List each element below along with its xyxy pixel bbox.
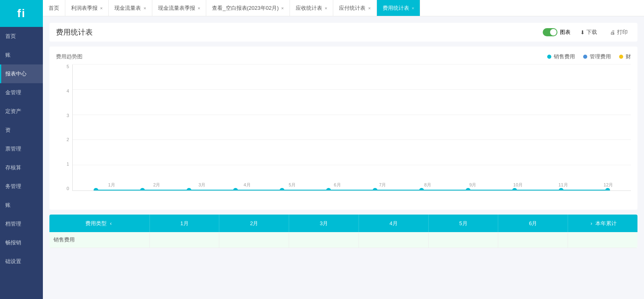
page-title: 费用统计表 bbox=[56, 27, 93, 37]
tab-close-receivable[interactable]: × bbox=[325, 6, 327, 11]
th-m5: 5月 bbox=[429, 215, 499, 232]
table-row: 销售费用 bbox=[49, 232, 637, 248]
th-m1: 1月 bbox=[150, 215, 220, 232]
th-label-ytd: 本年累计 bbox=[595, 220, 617, 227]
sidebar-item-fixed-assets[interactable]: 定资产 bbox=[0, 102, 43, 121]
x-label: 8月 bbox=[405, 182, 450, 188]
x-label: 10月 bbox=[495, 182, 541, 188]
legend-sales-expense: 销售费用 bbox=[547, 53, 575, 60]
tab-close-view-blank[interactable]: × bbox=[281, 6, 284, 11]
sidebar-item-file-mgmt[interactable]: 档管理 bbox=[0, 215, 43, 233]
print-icon: 🖨 bbox=[610, 29, 615, 35]
sidebar: fi 首页账报表中心金管理定资产资票管理存核算务管理账档管理畅报销础设置 bbox=[0, 0, 43, 299]
table-next-button[interactable]: › bbox=[589, 219, 594, 227]
y-axis: 012345 bbox=[56, 64, 71, 191]
chart-area: 1月2月3月4月5月6月7月8月9月10月11月12月 bbox=[72, 64, 631, 191]
download-button[interactable]: ⬇ 下载 bbox=[577, 27, 600, 38]
td-m6 bbox=[498, 232, 568, 248]
x-label: 1月 bbox=[89, 182, 134, 188]
tab-label-cashflow-quarterly: 现金流量表季报 bbox=[158, 4, 195, 12]
sidebar-scroll: 首页账报表中心金管理定资产资票管理存核算务管理账档管理畅报销础设置 bbox=[0, 27, 43, 299]
chart-header: 费用趋势图 销售费用管理费用财 bbox=[56, 53, 631, 60]
legend-label-finance-expense: 财 bbox=[626, 53, 631, 60]
x-label: 11月 bbox=[541, 182, 586, 188]
sidebar-item-expense-report[interactable]: 畅报销 bbox=[0, 233, 43, 252]
sidebar-item-inventory[interactable]: 存核算 bbox=[0, 158, 43, 177]
sidebar-item-ticket-mgmt[interactable]: 票管理 bbox=[0, 140, 43, 158]
x-label: 6月 bbox=[315, 182, 360, 188]
sidebar-item-home[interactable]: 首页 bbox=[0, 27, 43, 46]
tab-expense-stats[interactable]: 费用统计表× bbox=[377, 0, 420, 16]
content-area: 费用统计表 图表 ⬇ 下载 🖨 打印 费用趋势图 bbox=[43, 16, 644, 299]
th-m4: 4月 bbox=[359, 215, 429, 232]
chart-toggle[interactable] bbox=[543, 28, 557, 36]
table-header: 费用类型‹1月2月3月4月5月6月›本年累计 bbox=[49, 215, 637, 232]
tab-close-profit-quarterly[interactable]: × bbox=[100, 6, 103, 11]
tab-bar: 首页利润表季报×现金流量表×现金流量表季报×查看_空白报表(2023年02月)×… bbox=[43, 0, 644, 16]
x-axis: 1月2月3月4月5月6月7月8月9月10月11月12月 bbox=[89, 179, 631, 190]
th-label-m5: 5月 bbox=[459, 220, 467, 227]
td-m5 bbox=[429, 232, 499, 248]
x-label: 2月 bbox=[134, 182, 180, 188]
x-label: 4月 bbox=[225, 182, 270, 188]
chart-legend: 销售费用管理费用财 bbox=[547, 53, 631, 60]
chart-container: 012345 bbox=[56, 64, 631, 203]
tab-label-payable: 应付统计表 bbox=[339, 4, 365, 12]
tab-close-expense-stats[interactable]: × bbox=[412, 6, 414, 11]
y-label: 4 bbox=[56, 89, 71, 93]
tab-view-blank[interactable]: 查看_空白报表(2023年02月)× bbox=[206, 0, 290, 16]
tab-label-receivable: 应收统计表 bbox=[296, 4, 322, 12]
tab-close-cashflow[interactable]: × bbox=[143, 6, 146, 11]
sidebar-item-service-mgmt[interactable]: 务管理 bbox=[0, 177, 43, 196]
x-label: 12月 bbox=[586, 182, 631, 188]
y-label: 5 bbox=[56, 64, 71, 69]
tab-label-profit-quarterly: 利润表季报 bbox=[71, 4, 98, 12]
sidebar-item-accounting[interactable]: 账 bbox=[0, 196, 43, 215]
legend-dot-sales-expense bbox=[547, 55, 551, 59]
tab-cashflow[interactable]: 现金流量表× bbox=[109, 0, 152, 16]
td-m4 bbox=[359, 232, 429, 248]
legend-dot-finance-expense bbox=[619, 55, 623, 59]
x-label: 7月 bbox=[360, 182, 405, 188]
th-label-m1: 1月 bbox=[180, 220, 188, 227]
th-label-m3: 3月 bbox=[320, 220, 328, 227]
print-button[interactable]: 🖨 打印 bbox=[607, 27, 631, 38]
y-label: 2 bbox=[56, 137, 71, 142]
sidebar-item-investment[interactable]: 资 bbox=[0, 121, 43, 140]
tab-label-home: 首页 bbox=[49, 4, 59, 12]
table-section: 费用类型‹1月2月3月4月5月6月›本年累计 销售费用 bbox=[49, 215, 637, 248]
th-label-m2: 2月 bbox=[250, 220, 258, 227]
x-label: 9月 bbox=[450, 182, 496, 188]
tab-profit-quarterly[interactable]: 利润表季报× bbox=[65, 0, 109, 16]
th-label-m4: 4月 bbox=[390, 220, 398, 227]
sidebar-item-report-center[interactable]: 报表中心 bbox=[0, 64, 43, 83]
tab-payable[interactable]: 应付统计表× bbox=[333, 0, 377, 16]
td-m2 bbox=[219, 232, 289, 248]
tab-receivable[interactable]: 应收统计表× bbox=[290, 0, 333, 16]
legend-label-sales-expense: 销售费用 bbox=[554, 53, 575, 60]
chart-title: 费用趋势图 bbox=[56, 53, 82, 60]
th-expense-type: 费用类型‹ bbox=[49, 215, 150, 232]
sidebar-item-fund-mgmt[interactable]: 金管理 bbox=[0, 83, 43, 102]
td-ytd bbox=[568, 232, 637, 248]
th-label-m6: 6月 bbox=[529, 220, 537, 227]
tab-close-cashflow-quarterly[interactable]: × bbox=[198, 6, 200, 11]
th-label-type: 费用类型 bbox=[85, 220, 107, 227]
th-m3: 3月 bbox=[289, 215, 359, 232]
tab-label-expense-stats: 费用统计表 bbox=[383, 4, 409, 12]
tab-close-payable[interactable]: × bbox=[368, 6, 370, 11]
td-m1 bbox=[150, 232, 220, 248]
td-m3 bbox=[289, 232, 359, 248]
td-expense-type: 销售费用 bbox=[49, 232, 150, 248]
th-ytd: ›本年累计 bbox=[568, 215, 637, 232]
sidebar-item-account[interactable]: 账 bbox=[0, 46, 43, 64]
tab-label-cashflow: 现金流量表 bbox=[114, 4, 141, 12]
chart-toggle-label: 图表 bbox=[560, 29, 570, 36]
y-label: 1 bbox=[56, 162, 71, 166]
sidebar-item-basic-settings[interactable]: 础设置 bbox=[0, 252, 43, 271]
tab-cashflow-quarterly[interactable]: 现金流量表季报× bbox=[152, 0, 206, 16]
table-prev-button[interactable]: ‹ bbox=[108, 219, 113, 227]
tab-home[interactable]: 首页 bbox=[43, 0, 65, 16]
chart-toggle-group: 图表 bbox=[543, 28, 570, 36]
x-label: 3月 bbox=[179, 182, 225, 188]
